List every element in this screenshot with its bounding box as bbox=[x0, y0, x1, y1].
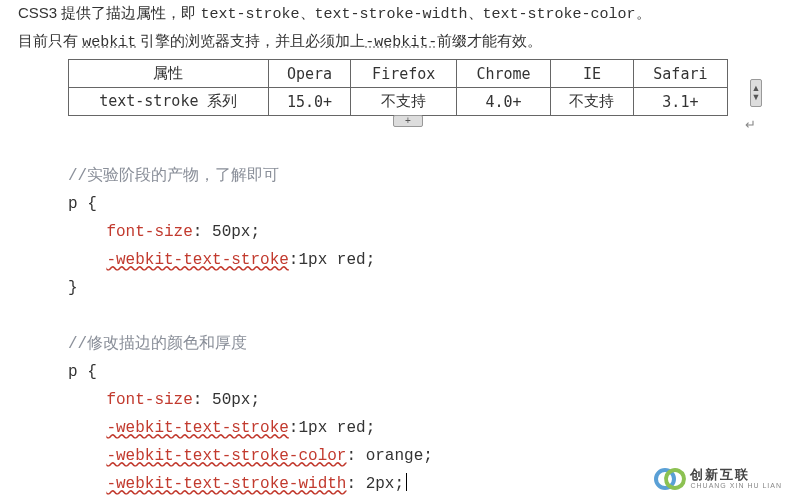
cell-firefox: 不支持 bbox=[351, 88, 456, 116]
table-add-row-handle[interactable]: + bbox=[393, 115, 423, 127]
table-row: text-stroke 系列 15.0+ 不支持 4.0+ 不支持 3.1+ bbox=[69, 88, 728, 116]
code-val: : orange; bbox=[346, 447, 432, 465]
intro-vendor-prefix: -webkit- bbox=[365, 34, 437, 51]
code-comment: //修改描边的颜色和厚度 bbox=[68, 335, 247, 353]
intro-text: 前缀才能有效。 bbox=[437, 32, 542, 49]
code-block: //实验阶段的产物，了解即可 p { font-size: 50px; -web… bbox=[68, 134, 792, 500]
intro-text: 引擎的浏览器支持，并且必须加上 bbox=[136, 32, 365, 49]
intro-text: 。 bbox=[636, 4, 651, 21]
code-selector: p { bbox=[68, 363, 97, 381]
intro-text: 目前只有 bbox=[18, 32, 82, 49]
intro-text: CSS3 提供了描边属性，即 bbox=[18, 4, 201, 21]
support-table-wrapper: 属性 Opera Firefox Chrome IE Safari text-s… bbox=[68, 59, 748, 116]
code-prop-webkit-text-stroke: -webkit-text-stroke bbox=[106, 251, 288, 269]
code-val: :1px red; bbox=[289, 251, 375, 269]
intro-paragraph: CSS3 提供了描边属性，即 text-stroke、text-stroke-w… bbox=[0, 0, 792, 55]
cell-chrome: 4.0+ bbox=[456, 88, 550, 116]
code-prop-font-size: font-size bbox=[106, 223, 192, 241]
cell-ie: 不支持 bbox=[551, 88, 634, 116]
logo-text: 创新互联 CHUANG XIN HU LIAN bbox=[690, 468, 782, 490]
col-property: 属性 bbox=[69, 60, 269, 88]
code-prop-webkit-text-stroke: -webkit-text-stroke bbox=[106, 419, 288, 437]
browser-support-table: 属性 Opera Firefox Chrome IE Safari text-s… bbox=[68, 59, 728, 116]
code-val: : 50px; bbox=[193, 223, 260, 241]
cell-opera: 15.0+ bbox=[268, 88, 351, 116]
cell-safari: 3.1+ bbox=[633, 88, 727, 116]
code-val: :1px red; bbox=[289, 419, 375, 437]
table-header-row: 属性 Opera Firefox Chrome IE Safari bbox=[69, 60, 728, 88]
code-val: : 2px; bbox=[346, 475, 407, 493]
col-opera: Opera bbox=[268, 60, 351, 88]
code-comment: //实验阶段的产物，了解即可 bbox=[68, 167, 279, 185]
cell-property: text-stroke 系列 bbox=[69, 88, 269, 116]
code-prop-font-size: font-size bbox=[106, 391, 192, 409]
intro-engine-name: webkit bbox=[82, 34, 136, 51]
logo-zh: 创新互联 bbox=[690, 468, 782, 482]
intro-css-properties: text-stroke、text-stroke-width、text-strok… bbox=[201, 6, 636, 23]
col-safari: Safari bbox=[633, 60, 727, 88]
code-val: : 50px; bbox=[193, 391, 260, 409]
code-prop-webkit-text-stroke-width: -webkit-text-stroke-width bbox=[106, 475, 346, 493]
paragraph-mark-icon: ↵ bbox=[745, 117, 756, 132]
watermark-logo: 创新互联 CHUANG XIN HU LIAN bbox=[654, 464, 782, 494]
col-ie: IE bbox=[551, 60, 634, 88]
logo-pinyin: CHUANG XIN HU LIAN bbox=[690, 482, 782, 490]
logo-icon bbox=[654, 464, 684, 494]
code-prop-webkit-text-stroke-color: -webkit-text-stroke-color bbox=[106, 447, 346, 465]
table-resize-handle[interactable]: ▲▼ bbox=[750, 79, 762, 107]
code-selector: p { bbox=[68, 195, 97, 213]
code-brace: } bbox=[68, 279, 78, 297]
col-chrome: Chrome bbox=[456, 60, 550, 88]
col-firefox: Firefox bbox=[351, 60, 456, 88]
